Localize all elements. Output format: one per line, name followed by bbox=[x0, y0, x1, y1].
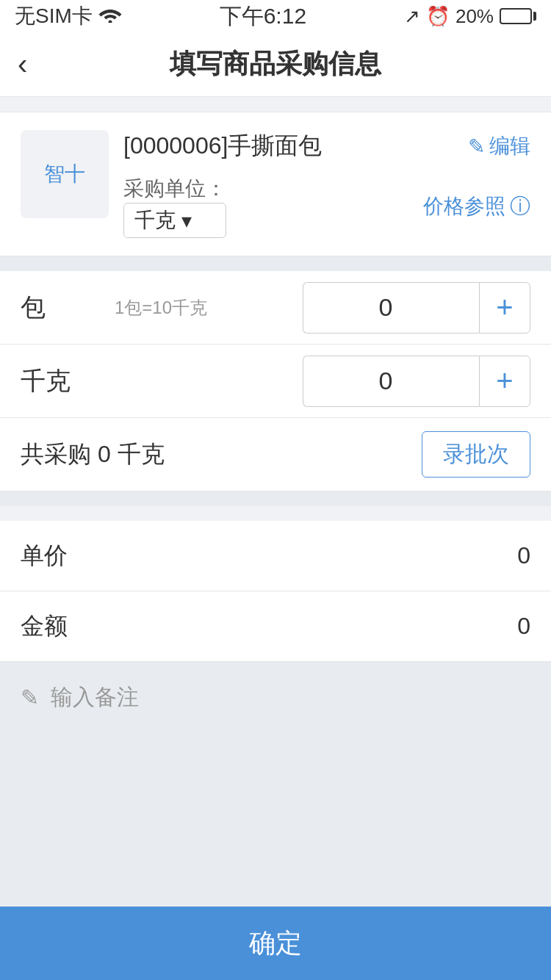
total-text: 共采购 0 千克 bbox=[21, 439, 165, 471]
amount-row: 金额 0 bbox=[0, 591, 551, 662]
nav-bar: ‹ 填写商品采购信息 bbox=[0, 32, 551, 97]
total-amount: 0 bbox=[98, 441, 111, 467]
separator-2 bbox=[0, 491, 551, 506]
amount-label: 金额 bbox=[21, 610, 68, 643]
carrier-label: 无SIM卡 bbox=[15, 2, 93, 30]
svg-point-0 bbox=[108, 21, 112, 24]
price-ref-label: 价格参照 bbox=[423, 192, 505, 220]
unit-label: 采购单位： bbox=[123, 177, 226, 200]
package-sub: 1包=10千克 bbox=[115, 296, 303, 320]
package-label: 包 bbox=[21, 291, 109, 325]
back-button[interactable]: ‹ bbox=[18, 48, 27, 81]
record-batch-button[interactable]: 录批次 bbox=[422, 431, 530, 478]
product-thumbnail: 智十 bbox=[21, 130, 109, 218]
status-bar: 无SIM卡 下午6:12 ↗ ⏰ 20% bbox=[0, 0, 551, 32]
kg-row: 千克 + bbox=[0, 345, 551, 418]
edit-icon: ✎ bbox=[468, 134, 485, 159]
remark-input-area[interactable]: ✎ 输入备注 bbox=[21, 682, 530, 713]
remark-section[interactable]: ✎ 输入备注 bbox=[0, 662, 551, 809]
unit-price-row: 单价 0 bbox=[0, 521, 551, 591]
alarm-icon: ⏰ bbox=[426, 5, 450, 28]
separator-1 bbox=[0, 256, 551, 271]
chevron-down-icon: ▾ bbox=[181, 209, 192, 233]
confirm-button[interactable]: 确定 bbox=[249, 926, 302, 962]
input-section: 包 1包=10千克 + 千克 + 共采购 0 千克 录批次 bbox=[0, 271, 551, 491]
product-info: [0000006]手撕面包 ✎ 编辑 采购单位： 千克 ▾ 价格参照 ⓘ bbox=[123, 130, 530, 238]
remark-placeholder: 输入备注 bbox=[51, 682, 139, 713]
kg-input-group: + bbox=[303, 356, 530, 407]
unit-row: 采购单位： 千克 ▾ 价格参照 ⓘ bbox=[123, 174, 530, 238]
status-right: ↗ ⏰ 20% bbox=[404, 5, 536, 28]
product-name: [0000006]手撕面包 bbox=[123, 130, 322, 162]
pencil-icon: ✎ bbox=[21, 685, 39, 710]
battery-icon bbox=[500, 8, 536, 24]
product-logo: 智十 bbox=[44, 162, 85, 187]
unit-value: 千克 bbox=[134, 206, 176, 234]
package-row: 包 1包=10千克 + bbox=[0, 271, 551, 345]
product-card: 智十 [0000006]手撕面包 ✎ 编辑 采购单位： 千克 ▾ bbox=[0, 112, 551, 256]
kg-label: 千克 bbox=[21, 364, 109, 398]
status-left: 无SIM卡 bbox=[15, 2, 122, 30]
unit-select[interactable]: 千克 ▾ bbox=[123, 203, 226, 238]
unit-price-value: 0 bbox=[517, 542, 530, 569]
product-id: [0000006] bbox=[123, 132, 228, 159]
package-plus-button[interactable]: + bbox=[479, 282, 530, 334]
wifi-icon bbox=[98, 4, 122, 28]
package-input-group: + bbox=[303, 282, 530, 334]
edit-label: 编辑 bbox=[489, 132, 530, 160]
kg-plus-button[interactable]: + bbox=[479, 356, 530, 407]
total-row: 共采购 0 千克 录批次 bbox=[0, 418, 551, 491]
product-name-row: [0000006]手撕面包 ✎ 编辑 bbox=[123, 130, 530, 162]
price-info-section: 单价 0 金额 0 bbox=[0, 521, 551, 662]
page-title: 填写商品采购信息 bbox=[170, 46, 381, 82]
package-input[interactable] bbox=[303, 282, 479, 334]
amount-value: 0 bbox=[517, 613, 530, 640]
status-time: 下午6:12 bbox=[220, 1, 306, 32]
edit-button[interactable]: ✎ 编辑 bbox=[468, 132, 530, 160]
location-icon: ↗ bbox=[404, 5, 420, 28]
product-title: 手撕面包 bbox=[228, 132, 322, 159]
total-label: 共采购 bbox=[21, 441, 91, 467]
unit-price-label: 单价 bbox=[21, 540, 68, 572]
kg-input[interactable] bbox=[303, 356, 479, 407]
battery-percent: 20% bbox=[455, 5, 494, 28]
info-icon: ⓘ bbox=[510, 192, 530, 220]
total-unit: 千克 bbox=[118, 441, 165, 467]
price-ref-button[interactable]: 价格参照 ⓘ bbox=[423, 192, 530, 220]
confirm-bar[interactable]: 确定 bbox=[0, 907, 551, 980]
